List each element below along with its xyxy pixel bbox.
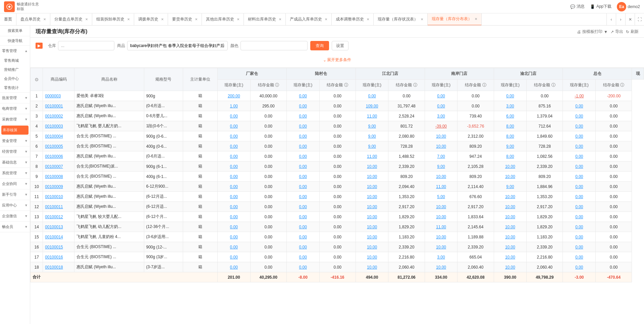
- row-yubei-qty[interactable]: 10.00: [494, 161, 527, 172]
- row-factory-qty[interactable]: 0.00: [217, 131, 250, 141]
- row-jiangbei-qty[interactable]: 10.00: [356, 262, 388, 272]
- sidebar-section-title-wechat[interactable]: 企业微信 ▼: [0, 211, 30, 221]
- row-total-qty[interactable]: 0.00: [563, 172, 596, 182]
- color-input[interactable]: [240, 41, 308, 50]
- row-yubei-qty[interactable]: 10.00: [494, 172, 527, 182]
- row-jiangbei-qty[interactable]: 10.00: [356, 232, 388, 242]
- row-total-qty[interactable]: 0.00: [563, 101, 596, 111]
- sidebar-section-title-guide[interactable]: 新手引导 ▼: [0, 189, 30, 200]
- th-settings[interactable]: ⚙: [31, 68, 43, 91]
- row-lucun-qty[interactable]: 0.00: [286, 91, 319, 101]
- row-lucun-qty[interactable]: 0.00: [286, 111, 319, 121]
- row-nanan-qty[interactable]: 10.00: [425, 232, 458, 242]
- row-yubei-qty[interactable]: 3.00: [494, 101, 527, 111]
- row-code[interactable]: 00100008: [43, 172, 74, 182]
- sidebar-section-title-finance[interactable]: 资金管理 ▼: [0, 136, 30, 146]
- sidebar-section-title-inventory[interactable]: 库存核算: [1, 126, 29, 135]
- row-code[interactable]: 00100012: [43, 212, 74, 222]
- row-factory-qty[interactable]: 0.00: [217, 252, 250, 262]
- row-yubei-qty[interactable]: 9.00: [494, 182, 527, 192]
- nav-tab-order[interactable]: 要货单历史 ✕: [168, 13, 202, 26]
- row-jiangbei-qty[interactable]: 10.00: [356, 212, 388, 222]
- row-yubei-qty[interactable]: 8.00: [494, 151, 527, 161]
- row-code[interactable]: 00100004: [43, 131, 74, 141]
- nav-tab-home[interactable]: 首页: [0, 13, 16, 26]
- sidebar-section-title-appcenter[interactable]: 应用中心 ▼: [0, 200, 30, 211]
- row-jiangbei-qty[interactable]: 11.00: [356, 151, 388, 161]
- row-nanan-qty[interactable]: 3.00: [425, 252, 458, 262]
- expand-toggle-btn[interactable]: ▶: [36, 43, 43, 49]
- nav-tab-transfer[interactable]: 调拨单历史 ✕: [134, 13, 168, 26]
- close-icon[interactable]: ✕: [237, 17, 239, 21]
- row-nanan-qty[interactable]: 0.00: [425, 91, 458, 101]
- row-nanan-qty[interactable]: 11.00: [425, 222, 458, 232]
- row-jiangbei-qty[interactable]: 11.00: [356, 111, 388, 121]
- row-lucun-qty[interactable]: 0.00: [286, 242, 319, 252]
- close-icon[interactable]: ✕: [195, 17, 198, 21]
- nav-tab-product-in[interactable]: 产成品入库单历史 ✕: [286, 13, 332, 26]
- row-total-qty[interactable]: 0.00: [563, 202, 596, 212]
- row-jiangbei-qty[interactable]: 10.00: [356, 222, 388, 232]
- row-code[interactable]: 00100006: [43, 151, 74, 161]
- user-btn[interactable]: Ea demo2: [617, 2, 640, 11]
- goods-input[interactable]: [127, 41, 228, 50]
- row-factory-qty[interactable]: 0.00: [217, 222, 250, 232]
- row-code[interactable]: 00100018: [43, 262, 74, 272]
- row-nanan-qty[interactable]: 10.00: [425, 262, 458, 272]
- sidebar-section-title-purchase[interactable]: 采购管理 ▼: [0, 114, 30, 125]
- row-lucun-qty[interactable]: 0.00: [286, 232, 319, 242]
- row-factory-qty[interactable]: 0.00: [217, 262, 250, 272]
- nav-tab-cost-adjust[interactable]: 成本调整单历史 ✕: [332, 13, 374, 26]
- row-lucun-qty[interactable]: 0.00: [286, 121, 319, 131]
- row-factory-qty[interactable]: 1.00: [217, 101, 250, 111]
- setting-button[interactable]: 设置: [332, 41, 348, 50]
- row-code[interactable]: 00100007: [43, 161, 74, 172]
- row-factory-qty[interactable]: 0.00: [217, 232, 250, 242]
- nav-prev-arrow[interactable]: ‹: [606, 13, 616, 26]
- sidebar-item-retail-stats[interactable]: 零售统计: [0, 83, 30, 92]
- row-lucun-qty[interactable]: 0.00: [286, 172, 319, 182]
- row-yubei-qty[interactable]: 0.00: [494, 91, 527, 101]
- sidebar-search[interactable]: 搜索英单: [0, 26, 30, 36]
- row-jiangbei-qty[interactable]: 10.00: [356, 252, 388, 262]
- close-icon[interactable]: ✕: [161, 17, 164, 21]
- row-nanan-qty[interactable]: 10.00: [425, 141, 458, 151]
- close-icon[interactable]: ✕: [421, 17, 423, 21]
- sidebar-section-title-ops[interactable]: 经营管理 ▼: [0, 146, 30, 157]
- close-icon[interactable]: ✕: [279, 17, 281, 21]
- nav-tab-assemble[interactable]: 组装拆卸单历史 ✕: [92, 13, 134, 26]
- nav-tab-material-out[interactable]: 材料出库单历史 ✕: [244, 13, 286, 26]
- row-nanan-qty[interactable]: 3.00: [425, 111, 458, 121]
- close-icon[interactable]: ✕: [85, 17, 88, 21]
- row-jiangbei-qty[interactable]: 10.00: [356, 182, 388, 192]
- sidebar-section-title-collab[interactable]: 企业协同 ▼: [0, 179, 30, 189]
- row-yubei-qty[interactable]: 10.00: [494, 202, 527, 212]
- row-total-qty[interactable]: 0.00: [563, 131, 596, 141]
- row-total-qty[interactable]: 0.00: [563, 242, 596, 252]
- close-icon[interactable]: ✕: [43, 17, 46, 21]
- row-code[interactable]: 00100010: [43, 192, 74, 202]
- row-code[interactable]: 00100011: [43, 202, 74, 212]
- row-factory-qty[interactable]: 0.00: [217, 192, 250, 202]
- row-total-qty[interactable]: -1.00: [563, 91, 596, 101]
- nav-tab-partial[interactable]: 分量盘点单历史 ✕: [50, 13, 92, 26]
- row-yubei-qty[interactable]: 10.00: [494, 242, 527, 252]
- row-code[interactable]: 00100016: [43, 252, 74, 262]
- row-factory-qty[interactable]: 0.00: [217, 161, 250, 172]
- row-total-qty[interactable]: 0.00: [563, 151, 596, 161]
- close-icon[interactable]: ✕: [127, 17, 130, 21]
- row-yubei-qty[interactable]: 10.00: [494, 262, 527, 272]
- close-icon[interactable]: ✕: [475, 17, 477, 21]
- close-icon[interactable]: ✕: [367, 17, 369, 21]
- row-code[interactable]: 00100009: [43, 182, 74, 192]
- row-total-qty[interactable]: 0.00: [563, 212, 596, 222]
- row-lucun-qty[interactable]: 0.00: [286, 262, 319, 272]
- row-factory-qty[interactable]: 0.00: [217, 242, 250, 252]
- row-factory-qty[interactable]: 0.00: [217, 151, 250, 161]
- row-code[interactable]: 00100005: [43, 141, 74, 151]
- row-total-qty[interactable]: 0.00: [563, 252, 596, 262]
- row-nanan-qty[interactable]: 10.00: [425, 131, 458, 141]
- row-code[interactable]: 00100013: [43, 222, 74, 232]
- refresh-btn[interactable]: ↻ 刷新: [626, 29, 639, 35]
- row-jiangbei-qty[interactable]: 10.00: [356, 172, 388, 182]
